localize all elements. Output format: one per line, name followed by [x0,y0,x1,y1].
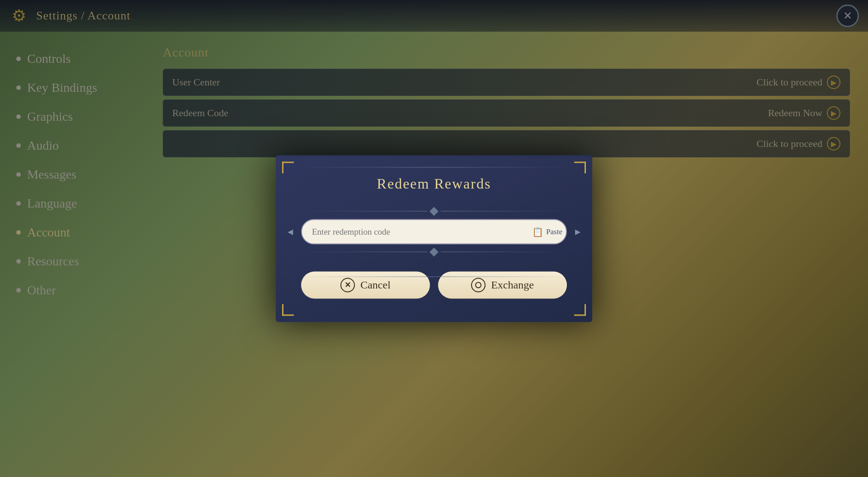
deco-line-top [298,167,570,167]
deco-diamond [429,207,439,216]
deco-bar-top [301,208,567,214]
paste-icon: 📋 [532,226,543,237]
deco-diamond2 [429,247,439,256]
modal-buttons: ✕ Cancel Exchange [301,271,567,298]
deco-bar-bottom [301,249,567,255]
cancel-x-icon: ✕ [340,278,355,292]
corner-tl-ornament [282,161,294,173]
deco-line-left [301,211,427,212]
input-row: ◀ ▶ 📋 Paste [301,219,567,244]
arrow-left-icon: ◀ [288,227,293,236]
cancel-button[interactable]: ✕ Cancel [301,271,430,298]
corner-bl-ornament [282,304,294,316]
deco-line-right2 [441,252,567,252]
paste-button[interactable]: 📋 Paste [532,226,562,237]
modal-title: Redeem Rewards [301,175,567,192]
deco-line-right [441,211,567,212]
cancel-label: Cancel [360,279,391,291]
exchange-label: Exchange [491,279,534,291]
corner-tr-ornament [574,161,586,173]
exchange-button[interactable]: Exchange [438,271,567,298]
redeem-rewards-modal: Redeem Rewards ◀ ▶ 📋 Paste [276,155,592,322]
redemption-code-input[interactable] [301,219,567,244]
paste-label: Paste [546,227,562,236]
arrow-right-icon: ▶ [575,227,580,236]
corner-br-ornament [574,304,586,316]
exchange-o-icon [471,278,486,292]
deco-line-bottom [298,276,570,277]
deco-line-left2 [301,252,427,252]
